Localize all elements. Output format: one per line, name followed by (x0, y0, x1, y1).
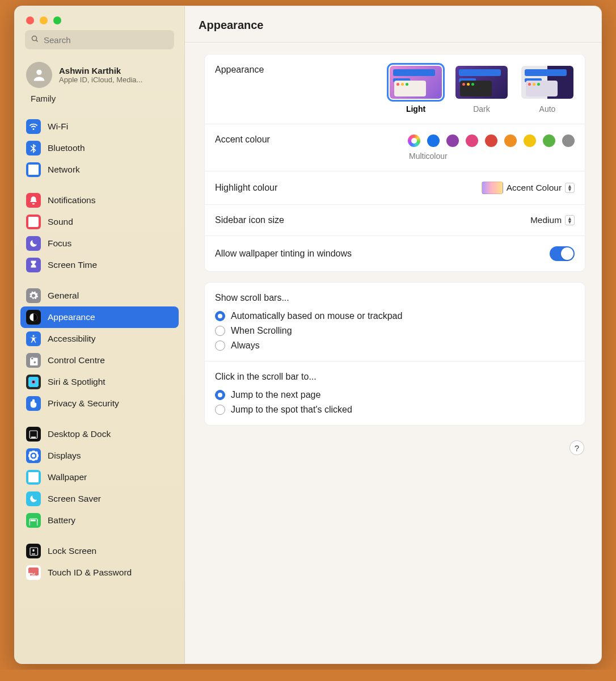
radio-label: Jump to the next page (231, 390, 320, 400)
scrollclick-title: Click in the scroll bar to... (215, 372, 575, 382)
highlight-label: Highlight colour (215, 183, 277, 193)
sidebar-item-label: Desktop & Dock (48, 429, 111, 439)
theme-option-dark[interactable]: Dark (454, 65, 509, 114)
control-centre-icon (26, 353, 41, 368)
sidebar-item-bluetooth[interactable]: Bluetooth (20, 137, 179, 159)
sidebar-item-wi-fi[interactable]: Wi-Fi (20, 116, 179, 137)
sidebar-item-screen-saver[interactable]: Screen Saver (20, 488, 179, 510)
svg-rect-15 (31, 437, 36, 438)
sidebar-item-label: Privacy & Security (48, 398, 119, 409)
scrollbars-title: Show scroll bars... (215, 293, 575, 303)
hand-icon (26, 396, 41, 411)
sidebar-item-sound[interactable]: Sound (20, 211, 179, 233)
sidebar-item-privacy-security[interactable]: Privacy & Security (20, 393, 179, 414)
scrollbars-option-0[interactable]: Automatically based on mouse or trackpad (215, 311, 575, 321)
theme-label: Dark (473, 104, 490, 114)
search-field[interactable] (25, 30, 174, 49)
maximize-icon[interactable] (53, 16, 61, 24)
sidebar-item-label: Wi-Fi (48, 121, 68, 132)
scrollbars-option-2[interactable]: Always (215, 340, 575, 351)
accent-color-5[interactable] (504, 134, 517, 147)
sidebar-item-label: Appearance (48, 312, 95, 322)
close-icon[interactable] (26, 16, 34, 24)
theme-label: Auto (539, 104, 556, 114)
accent-color-4[interactable] (485, 134, 497, 147)
accent-color-1[interactable] (427, 134, 440, 147)
svg-line-1 (36, 40, 38, 42)
chevron-up-down-icon: ▲▼ (565, 215, 575, 225)
sidebar-item-focus[interactable]: Focus (20, 233, 179, 254)
sidebar-item-label: General (48, 291, 79, 301)
sound-icon (26, 215, 41, 229)
svg-point-10 (33, 361, 36, 364)
network-icon (26, 162, 41, 177)
sidebar-item-desktop-dock[interactable]: Desktop & Dock (20, 423, 179, 445)
traffic-lights (15, 6, 184, 30)
sidebar-item-label: Siri & Spotlight (48, 377, 106, 387)
accent-color-6[interactable] (524, 134, 536, 147)
sidebar-size-popup[interactable]: Medium ▲▼ (530, 215, 575, 225)
sidebar-item-notifications[interactable]: Notifications (20, 190, 179, 211)
radio-icon (215, 311, 225, 321)
page-title: Appearance (185, 6, 601, 43)
sidebar-size-label: Sidebar icon size (215, 215, 284, 225)
sidebar-item-battery[interactable]: Battery (20, 510, 179, 531)
accent-label: Accent colour (215, 134, 270, 145)
theme-option-auto[interactable]: Auto (520, 65, 575, 114)
scrollbars-option-1[interactable]: When Scrolling (215, 326, 575, 336)
battery-icon (26, 513, 41, 528)
minimize-icon[interactable] (40, 16, 48, 24)
account-row[interactable]: Ashwin Karthik Apple ID, iCloud, Media..… (15, 55, 184, 90)
highlight-popup[interactable]: Accent Colour ▲▼ (507, 183, 575, 193)
account-name: Ashwin Karthik (59, 66, 142, 75)
sidebar-size-value: Medium (530, 215, 562, 225)
appearance-icon (26, 310, 41, 325)
tinting-switch[interactable] (550, 246, 575, 261)
accent-color-7[interactable] (543, 134, 555, 147)
sidebar-item-label: Displays (48, 451, 81, 461)
sidebar-item-wallpaper[interactable]: Wallpaper (20, 466, 179, 488)
radio-icon (215, 405, 225, 415)
sidebar-item-control-centre[interactable]: Control Centre (20, 350, 179, 371)
sidebar-item-lock-screen[interactable]: Lock Screen (20, 540, 179, 562)
sidebar-item-displays[interactable]: Displays (20, 445, 179, 466)
theme-thumb (389, 65, 443, 100)
fingerprint-icon (26, 565, 41, 580)
scrollclick-option-1[interactable]: Jump to the spot that's clicked (215, 405, 575, 415)
svg-point-6 (33, 335, 35, 337)
radio-icon (215, 390, 225, 400)
radio-label: Automatically based on mouse or trackpad (231, 311, 402, 321)
highlight-swatch (482, 182, 503, 194)
scrollclick-option-0[interactable]: Jump to the next page (215, 390, 575, 400)
settings-window: Ashwin Karthik Apple ID, iCloud, Media..… (14, 6, 602, 664)
sidebar-item-touch-id-password[interactable]: Touch ID & Password (20, 562, 179, 583)
sidebar-item-network[interactable]: Network (20, 159, 179, 180)
accent-color-3[interactable] (466, 134, 478, 147)
sidebar-item-siri-spotlight[interactable]: Siri & Spotlight (20, 371, 179, 393)
theme-label: Light (406, 104, 425, 114)
sidebar-item-general[interactable]: General (20, 285, 179, 306)
sidebar-item-label: Screen Time (48, 260, 97, 270)
sidebar-item-accessibility[interactable]: Accessibility (20, 328, 179, 350)
accent-color-0[interactable] (408, 134, 420, 147)
sidebar-item-appearance[interactable]: Appearance (20, 306, 179, 328)
svg-line-23 (36, 453, 37, 454)
moon-icon (26, 236, 41, 251)
dock-icon (26, 427, 41, 442)
svg-rect-34 (32, 554, 35, 555)
radio-label: Jump to the spot that's clicked (231, 405, 352, 415)
family-row[interactable]: Family (15, 90, 184, 111)
svg-line-24 (31, 458, 32, 459)
theme-option-light[interactable]: Light (389, 65, 443, 114)
accent-color-8[interactable] (562, 134, 575, 147)
accent-color-2[interactable] (446, 134, 459, 147)
theme-thumb (454, 65, 509, 100)
highlight-value: Accent Colour (507, 183, 562, 193)
appearance-label: Appearance (215, 65, 264, 75)
accent-selected-label: Multicolour (408, 152, 575, 161)
help-button[interactable]: ? (569, 440, 584, 455)
sidebar-item-label: Touch ID & Password (48, 568, 132, 578)
radio-label: When Scrolling (231, 326, 292, 336)
sidebar-item-screen-time[interactable]: Screen Time (20, 254, 179, 276)
search-input[interactable] (44, 35, 168, 45)
